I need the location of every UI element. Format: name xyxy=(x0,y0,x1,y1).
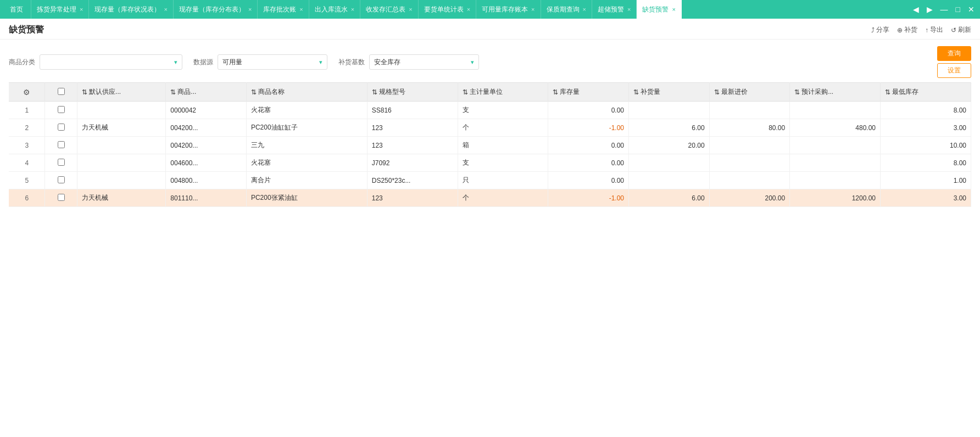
th-supplier[interactable]: ⇅ 默认供应... xyxy=(77,83,166,102)
row-est-purchase: 1200.00 xyxy=(790,189,881,207)
row-unit: 个 xyxy=(458,189,548,207)
row-checkbox-cell[interactable] xyxy=(45,172,77,189)
th-spec-label: 规格型号 xyxy=(379,87,405,97)
row-latest-price: 200.00 xyxy=(709,189,790,207)
row-checkbox[interactable] xyxy=(58,176,65,183)
settings-button[interactable]: 设置 xyxy=(937,63,971,78)
tab-shortage-close[interactable]: × xyxy=(672,6,675,13)
th-est-purchase[interactable]: ⇅ 预计采购... xyxy=(790,83,881,102)
tab-order-stats-close[interactable]: × xyxy=(467,6,470,13)
th-min-stock[interactable]: ⇅ 最低库存 xyxy=(881,83,971,102)
tab-batch-account-label: 库存批次账 xyxy=(263,5,296,14)
th-replenish[interactable]: ⇅ 补货量 xyxy=(629,83,710,102)
th-latest-price-label: 最新进价 xyxy=(721,87,748,97)
tab-inout-flow-close[interactable]: × xyxy=(351,6,354,13)
row-checkbox[interactable] xyxy=(58,141,65,148)
refresh-label: 刷新 xyxy=(958,25,971,35)
tab-defect-proc[interactable]: 拣货异常处理 × xyxy=(31,0,89,19)
row-checkbox[interactable] xyxy=(58,194,65,201)
tab-inventory-dist[interactable]: 现存量（库存分布表） × xyxy=(174,0,258,19)
tab-prev-button[interactable]: ◀ xyxy=(910,0,922,19)
tab-inout-flow-label: 出入库流水 xyxy=(315,5,348,14)
row-est-purchase: 480.00 xyxy=(790,119,881,137)
tab-avail-ledger-label: 可用量库存账本 xyxy=(482,5,528,14)
table-row: 3 004200... 三九 123 箱 0.00 20.00 10.00 xyxy=(9,137,971,154)
tab-inventory-dist-close[interactable]: × xyxy=(248,6,252,13)
row-checkbox-cell[interactable] xyxy=(45,102,77,119)
tab-home[interactable]: 首页 xyxy=(2,0,31,19)
tab-defect-proc-close[interactable]: × xyxy=(80,6,83,13)
row-checkbox[interactable] xyxy=(58,124,65,131)
th-goods-name[interactable]: ⇅ 商品名称 xyxy=(246,83,367,102)
tab-recv-summary-close[interactable]: × xyxy=(409,6,412,13)
row-checkbox[interactable] xyxy=(58,159,65,166)
replenish-base-label: 补货基数 xyxy=(338,58,365,67)
th-settings[interactable]: ⚙ xyxy=(9,83,45,102)
tab-inventory-status-close[interactable]: × xyxy=(164,6,167,13)
row-goods-name: 火花塞 xyxy=(246,154,367,172)
replenish-base-select[interactable]: 安全库存 ▾ xyxy=(369,54,479,70)
tab-shortage[interactable]: 缺货预警 × xyxy=(637,0,681,19)
category-select[interactable]: ▾ xyxy=(40,54,182,70)
datasource-select[interactable]: 可用量 ▾ xyxy=(218,54,327,70)
tab-expiry-query[interactable]: 保质期查询 × xyxy=(541,0,592,19)
row-est-purchase xyxy=(790,102,881,119)
th-goods-name-label: 商品名称 xyxy=(258,87,285,97)
tab-batch-account-close[interactable]: × xyxy=(299,6,303,13)
row-goods-code: 004200... xyxy=(166,137,247,154)
tab-overstock[interactable]: 超储预警 × xyxy=(592,0,637,19)
window-maximize-button[interactable]: □ xyxy=(953,0,964,19)
replenish-button[interactable]: ⊕ 补货 xyxy=(897,25,917,35)
th-goods-name-sort-icon: ⇅ xyxy=(251,88,257,96)
th-latest-price[interactable]: ⇅ 最新进价 xyxy=(709,83,790,102)
row-checkbox[interactable] xyxy=(58,106,65,113)
tab-nav-buttons: ◀ ▶ — □ ✕ xyxy=(910,0,978,19)
window-close-button[interactable]: ✕ xyxy=(965,0,978,19)
th-goods-code[interactable]: ⇅ 商品... xyxy=(166,83,247,102)
row-checkbox-cell[interactable] xyxy=(45,119,77,137)
table-body: 1 0000042 火花塞 SS816 支 0.00 8.00 2 力天机械 0… xyxy=(9,102,971,207)
table-row: 2 力天机械 004200... PC200油缸缸子 123 个 -1.00 6… xyxy=(9,119,971,137)
share-button[interactable]: ⤴ 分享 xyxy=(871,25,889,35)
row-spec: 123 xyxy=(367,189,458,207)
tab-avail-ledger[interactable]: 可用量库存账本 × xyxy=(476,0,541,19)
th-unit[interactable]: ⇅ 主计量单位 xyxy=(458,83,548,102)
row-latest-price xyxy=(709,154,790,172)
th-spec[interactable]: ⇅ 规格型号 xyxy=(367,83,458,102)
row-stock: 0.00 xyxy=(548,172,629,189)
tab-batch-account[interactable]: 库存批次账 × xyxy=(258,0,309,19)
th-est-purchase-sort-icon: ⇅ xyxy=(794,88,800,96)
row-unit: 支 xyxy=(458,154,548,172)
tab-order-stats[interactable]: 要货单统计表 × xyxy=(419,0,476,19)
row-index: 2 xyxy=(9,119,45,137)
table-row: 5 004800... 离合片 DS250*23c... 只 0.00 1.00 xyxy=(9,172,971,189)
row-goods-code: 0000042 xyxy=(166,102,247,119)
tab-avail-ledger-close[interactable]: × xyxy=(531,6,534,13)
row-replenish xyxy=(629,102,710,119)
gear-icon[interactable]: ⚙ xyxy=(23,88,30,97)
row-checkbox-cell[interactable] xyxy=(45,189,77,207)
row-checkbox-cell[interactable] xyxy=(45,137,77,154)
tab-inventory-status[interactable]: 现存量（库存状况表） × xyxy=(89,0,173,19)
select-all-checkbox[interactable] xyxy=(58,88,65,95)
tab-bar: 首页 拣货异常处理 × 现存量（库存状况表） × 现存量（库存分布表） × 库存… xyxy=(0,0,980,19)
th-stock[interactable]: ⇅ 库存量 xyxy=(548,83,629,102)
table-row: 6 力天机械 801110... PC200张紧油缸 123 个 -1.00 6… xyxy=(9,189,971,207)
row-stock: 0.00 xyxy=(548,137,629,154)
th-check[interactable] xyxy=(45,83,77,102)
window-minimize-button[interactable]: — xyxy=(937,0,951,19)
refresh-button[interactable]: ↺ 刷新 xyxy=(951,25,971,35)
row-checkbox-cell[interactable] xyxy=(45,154,77,172)
tab-expiry-query-close[interactable]: × xyxy=(583,6,586,13)
export-button[interactable]: ↑ 导出 xyxy=(925,25,943,35)
tab-home-label: 首页 xyxy=(10,5,23,14)
tab-recv-summary[interactable]: 收发存汇总表 × xyxy=(360,0,418,19)
query-button[interactable]: 查询 xyxy=(937,46,971,61)
th-stock-label: 库存量 xyxy=(560,87,580,97)
th-unit-label: 主计量单位 xyxy=(470,87,503,97)
tab-overstock-close[interactable]: × xyxy=(627,6,631,13)
tab-next-button[interactable]: ▶ xyxy=(923,0,936,19)
datasource-filter-group: 数据源 可用量 ▾ xyxy=(193,54,327,70)
tab-inout-flow[interactable]: 出入库流水 × xyxy=(309,0,360,19)
row-min-stock: 3.00 xyxy=(881,119,971,137)
